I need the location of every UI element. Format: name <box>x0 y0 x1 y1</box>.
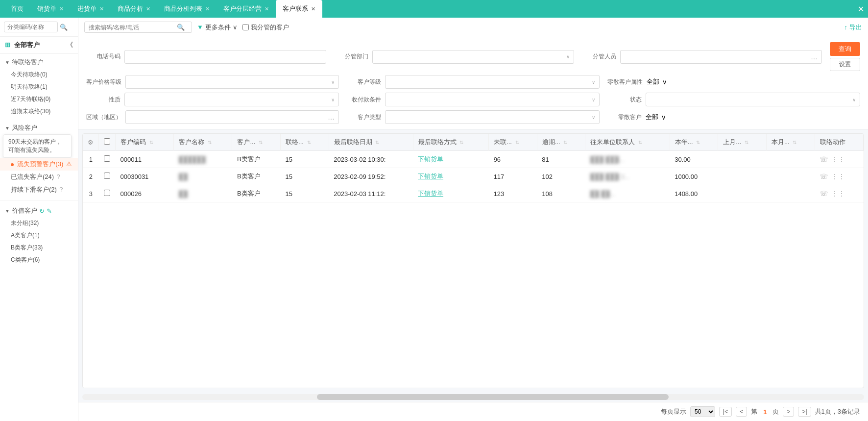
close-icon[interactable]: ✕ <box>146 6 150 12</box>
sort-icon[interactable]: ⇅ <box>745 140 748 145</box>
export-btn[interactable]: ↑ 导出 <box>844 23 863 32</box>
per-page-select[interactable]: 50 100 <box>690 406 715 417</box>
sort-icon[interactable]: ⇅ <box>459 140 463 145</box>
sidebar-group-title-value[interactable]: ▼ 价值客户 ↻ ✎ <box>0 204 78 217</box>
sort-icon[interactable]: ⇅ <box>307 140 311 145</box>
close-window-icon[interactable]: ✕ <box>858 4 864 14</box>
sidebar-divider <box>0 200 78 200</box>
phone-action-icon[interactable]: ☏ <box>820 190 828 198</box>
price-level-select[interactable]: ∨ <box>125 75 339 89</box>
horizontal-scrollbar[interactable] <box>82 394 864 400</box>
sidebar-item-7days[interactable]: 近7天待联络(0) <box>0 93 78 105</box>
gear-icon[interactable]: ⚙ <box>88 139 94 146</box>
search-icon[interactable]: 🔍 <box>177 24 185 31</box>
row-checkbox[interactable] <box>104 155 110 162</box>
close-icon[interactable]: ✕ <box>311 6 315 12</box>
sidebar-item-declining[interactable]: 持续下滑客户(2) ? <box>0 183 78 196</box>
more-conditions-btn[interactable]: ▼ 更多条件 ∨ <box>197 23 238 32</box>
last-page-btn[interactable]: >| <box>798 407 811 417</box>
sort-icon[interactable]: ⇅ <box>259 140 263 145</box>
search-icon[interactable]: 🔍 <box>60 24 68 31</box>
sidebar-item-churn-warning[interactable]: 流失预警客户(3) ⚠ <box>0 158 78 171</box>
sort-icon[interactable]: ⇅ <box>515 140 519 145</box>
sidebar-group-title-risk[interactable]: ▼ 风险客户 <box>0 122 78 134</box>
cell-overdue: 108 <box>537 185 585 202</box>
sort-icon[interactable]: ⇅ <box>208 140 212 145</box>
cell-unlisted: 117 <box>489 168 537 185</box>
sort-icon[interactable]: ⇅ <box>696 140 700 145</box>
tab-purchase-order[interactable]: 进货单 ✕ <box>71 0 111 18</box>
filter-bar-right: ↑ 导出 <box>844 23 863 32</box>
zero-customers-select[interactable]: 全部 ∨ <box>646 113 860 122</box>
payment-select[interactable]: ∨ <box>385 93 600 106</box>
zero-attr-select[interactable]: 全部 ∨ <box>647 77 860 86</box>
prev-page-btn[interactable]: < <box>736 407 747 417</box>
edit-icon[interactable]: ✎ <box>47 207 52 215</box>
sidebar-group-title-pending[interactable]: ▼ 待联络客户 <box>0 56 78 69</box>
sidebar-item-class-c[interactable]: C类客户(6) <box>0 254 78 266</box>
sort-icon[interactable]: ⇅ <box>149 140 153 145</box>
first-page-btn[interactable]: |< <box>719 407 732 417</box>
all-customers-item[interactable]: ⊞ 全部客户 《 <box>0 37 78 54</box>
sort-icon[interactable]: ⇅ <box>793 140 796 145</box>
scrollbar-thumb[interactable] <box>317 394 669 400</box>
sidebar-search-input[interactable] <box>4 22 58 32</box>
select-all-checkbox[interactable] <box>104 138 110 145</box>
filter-search-input[interactable] <box>89 24 177 31</box>
close-icon[interactable]: ✕ <box>205 6 210 12</box>
tab-product-analysis-list[interactable]: 商品分析列表 ✕ <box>157 0 217 18</box>
customer-level-select[interactable]: ∨ <box>385 75 600 89</box>
sidebar-item-ungroup[interactable]: 未分组(32) <box>0 217 78 229</box>
tab-sales-order[interactable]: 销货单 ✕ <box>30 0 71 18</box>
tab-customer-contact[interactable]: 客户联系 ✕ <box>276 0 322 18</box>
action-buttons: 查询 设置 <box>830 42 860 71</box>
tab-product-analysis[interactable]: 商品分析 ✕ <box>111 0 157 18</box>
settings-button[interactable]: 设置 <box>830 58 860 71</box>
cell-this-month <box>766 151 815 168</box>
next-page-btn[interactable]: > <box>783 407 794 417</box>
filter-field-payment: 收付款条件 ∨ <box>347 93 600 106</box>
dept-select[interactable]: ∨ <box>372 50 574 64</box>
cell-last-method[interactable]: 下销货单 <box>413 168 489 185</box>
cell-last-method[interactable]: 下销货单 <box>413 151 489 168</box>
phone-action-icon[interactable]: ☏ <box>820 155 828 163</box>
close-icon[interactable]: ✕ <box>99 6 104 12</box>
sidebar-item-churned[interactable]: 已流失客户(24) ? <box>0 171 78 183</box>
my-customers-checkbox[interactable]: 我分管的客户 <box>242 23 289 32</box>
row-checkbox[interactable] <box>104 190 110 196</box>
more-action-icon[interactable]: ⋮⋮ <box>831 173 845 180</box>
sort-icon[interactable]: ⇅ <box>563 140 567 145</box>
phone-input[interactable] <box>124 50 326 64</box>
sidebar-item-overdue[interactable]: 逾期未联络(30) <box>0 105 78 118</box>
cell-action: ☏ ⋮⋮ <box>815 168 864 185</box>
chevron-down-icon: ∨ <box>566 54 570 59</box>
manager-input[interactable]: … <box>620 50 822 64</box>
cell-last-method[interactable]: 下销货单 <box>413 185 489 202</box>
col-this-year: 本年... ⇅ <box>670 134 718 151</box>
collapse-icon[interactable]: 《 <box>67 41 73 50</box>
sidebar-item-today[interactable]: 今天待联络(0) <box>0 69 78 81</box>
close-icon[interactable]: ✕ <box>265 6 269 12</box>
more-action-icon[interactable]: ⋮⋮ <box>831 190 845 198</box>
close-icon[interactable]: ✕ <box>59 6 64 12</box>
status-select[interactable]: ∨ <box>646 93 860 106</box>
my-customers-check[interactable] <box>242 24 249 30</box>
area-input[interactable]: … <box>125 110 339 124</box>
cell-last-month <box>718 185 767 202</box>
checkbox-col-header[interactable] <box>99 134 116 151</box>
tab-home[interactable]: 首页 <box>4 4 30 13</box>
sidebar-item-class-b[interactable]: B类客户(33) <box>0 242 78 254</box>
tab-customer-layer[interactable]: 客户分层经营 ✕ <box>217 0 276 18</box>
refresh-icon[interactable]: ↻ <box>39 207 45 215</box>
query-button[interactable]: 查询 <box>830 42 860 56</box>
sort-icon[interactable]: ⇅ <box>638 140 642 145</box>
more-action-icon[interactable]: ⋮⋮ <box>831 155 845 163</box>
sidebar-item-class-a[interactable]: A类客户(1) <box>0 229 78 242</box>
row-checkbox[interactable] <box>104 173 110 179</box>
gender-select[interactable]: ∨ <box>124 93 339 106</box>
phone-action-icon[interactable]: ☏ <box>820 173 828 180</box>
customer-type-select[interactable]: ∨ <box>385 110 600 124</box>
sort-icon[interactable]: ⇅ <box>375 140 379 145</box>
sidebar-item-tomorrow[interactable]: 明天待联络(1) <box>0 81 78 93</box>
settings-col-header[interactable]: ⚙ <box>83 134 99 151</box>
